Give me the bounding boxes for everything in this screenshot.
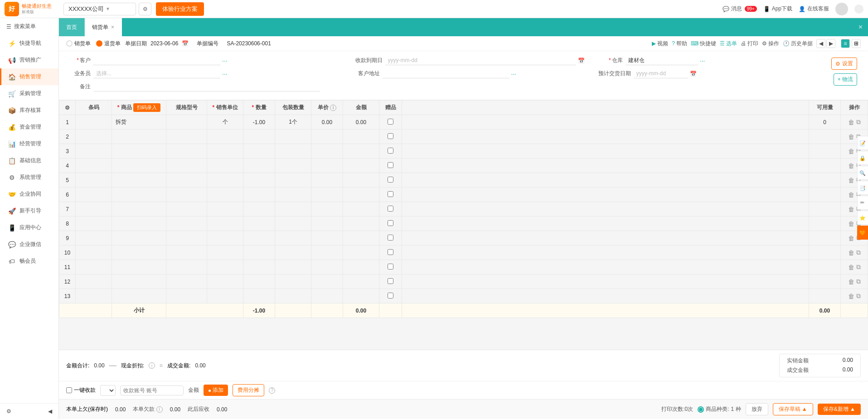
cell-gift[interactable] <box>379 275 402 289</box>
cell-product[interactable] <box>112 144 166 159</box>
tab-home[interactable]: 首页 <box>59 18 85 36</box>
cell-gift[interactable] <box>379 231 402 246</box>
delete-row-icon[interactable]: 🗑 <box>848 235 854 242</box>
cell-price[interactable] <box>311 217 343 231</box>
cell-price[interactable] <box>311 159 343 173</box>
delete-row-icon[interactable]: 🗑 <box>848 162 854 169</box>
cell-gift[interactable] <box>379 115 402 130</box>
cell-gift[interactable] <box>379 130 402 144</box>
select-link[interactable]: ☰ 选单 <box>720 40 737 48</box>
customer-addr-input[interactable] <box>383 69 509 78</box>
cell-product[interactable] <box>112 202 166 217</box>
one-click-checkbox-input[interactable] <box>66 387 72 393</box>
expected-date-input[interactable] <box>634 69 688 78</box>
cell-product[interactable] <box>112 188 166 202</box>
cell-price[interactable]: 0.00 <box>311 115 343 130</box>
cell-price[interactable] <box>311 231 343 246</box>
delete-row-icon[interactable]: 🗑 <box>848 177 854 184</box>
salesperson-dots-btn[interactable]: ··· <box>222 70 228 77</box>
float-btn-3[interactable]: 🔍 <box>857 166 868 180</box>
cell-barcode[interactable] <box>76 202 112 217</box>
sidebar-item-system[interactable]: ⚙ 系统管理 <box>0 169 58 186</box>
sidebar-item-finance[interactable]: 💰 资金管理 <box>0 119 58 135</box>
cell-barcode[interactable] <box>76 289 112 303</box>
copy-row-icon[interactable]: ⧉ <box>856 292 861 300</box>
customer-input[interactable] <box>93 56 220 65</box>
date-calendar-icon[interactable]: 📅 <box>182 40 189 47</box>
cell-gift[interactable] <box>379 188 402 202</box>
payment-account-input[interactable] <box>120 385 184 395</box>
sidebar-collapse-btn[interactable]: ◀ <box>48 408 52 414</box>
cell-price[interactable] <box>311 289 343 303</box>
cell-gift[interactable] <box>379 173 402 188</box>
cell-qty[interactable] <box>243 173 275 188</box>
float-btn-4[interactable]: 📑 <box>857 181 868 195</box>
cell-qty[interactable] <box>243 159 275 173</box>
float-btn-7[interactable]: 🧡 <box>857 226 868 240</box>
cell-barcode[interactable] <box>76 246 112 260</box>
cell-qty[interactable] <box>243 246 275 260</box>
cell-qty[interactable] <box>243 144 275 159</box>
float-btn-6[interactable]: ⭐ <box>857 211 868 225</box>
logistics-button[interactable]: + 物流 <box>834 73 857 86</box>
cell-qty[interactable] <box>243 202 275 217</box>
cell-spec[interactable] <box>166 115 207 130</box>
online-service-btn[interactable]: 👤 在线客服 <box>799 5 829 13</box>
sidebar-item-basic[interactable]: 📋 基础信息 <box>0 152 58 169</box>
cell-barcode[interactable] <box>76 217 112 231</box>
delete-row-icon[interactable]: 🗑 <box>848 148 854 155</box>
copy-row-icon[interactable]: ⧉ <box>856 249 861 256</box>
help-link[interactable]: ? 帮助 <box>672 40 687 48</box>
copy-row-icon[interactable]: ⧉ <box>856 118 861 126</box>
cell-price[interactable] <box>311 130 343 144</box>
warehouse-input[interactable] <box>626 56 698 65</box>
float-btn-2[interactable]: 🔒 <box>857 151 868 165</box>
cell-spec[interactable] <box>166 275 207 289</box>
cell-spec[interactable] <box>166 188 207 202</box>
sidebar-item-sales[interactable]: 🏠 销售管理 <box>0 68 58 85</box>
cell-product[interactable] <box>112 260 166 275</box>
cell-gift[interactable] <box>379 202 402 217</box>
cell-qty[interactable] <box>243 188 275 202</box>
app-download-btn[interactable]: 📱 App下载 <box>763 5 792 13</box>
expense-split-btn[interactable]: 费用分摊 <box>233 384 264 396</box>
warehouse-dots-btn[interactable]: ··· <box>700 57 705 64</box>
cell-gift[interactable] <box>379 144 402 159</box>
cell-spec[interactable] <box>166 260 207 275</box>
cell-product[interactable] <box>112 231 166 246</box>
nav-prev-btn[interactable]: ◀ <box>816 39 825 48</box>
copy-row-icon[interactable]: ⧉ <box>856 278 861 285</box>
cell-qty[interactable] <box>243 260 275 275</box>
one-click-payment-checkbox[interactable]: 一键收款 <box>66 386 96 394</box>
search-menu-btn[interactable]: ☰ 搜索菜单 <box>0 18 58 35</box>
company-selector[interactable]: XXXXXX公司 ▼ <box>63 3 136 15</box>
customer-dots-btn[interactable]: ··· <box>222 57 228 64</box>
cell-price[interactable] <box>311 173 343 188</box>
cell-qty[interactable] <box>243 275 275 289</box>
cell-product[interactable] <box>112 173 166 188</box>
discard-button[interactable]: 放弃 <box>746 403 768 415</box>
add-payment-btn[interactable]: ● 添加 <box>204 385 228 396</box>
cell-price[interactable] <box>311 246 343 260</box>
nav-next-btn[interactable]: ▶ <box>826 39 835 48</box>
cell-price[interactable] <box>311 144 343 159</box>
due-date-input[interactable] <box>385 56 576 65</box>
copy-row-icon[interactable]: ⧉ <box>856 263 861 271</box>
view-grid-btn[interactable]: ⊞ <box>852 39 861 48</box>
sidebar-settings-icon[interactable]: ⚙ <box>6 408 11 414</box>
cell-product[interactable]: 拆货 <box>112 115 166 130</box>
trial-button[interactable]: 体验行业方案 <box>156 2 204 16</box>
delete-row-icon[interactable]: 🗑 <box>848 264 854 271</box>
radio-return[interactable]: 退货单 <box>96 40 121 48</box>
float-btn-5[interactable]: ✏ <box>857 196 868 210</box>
salesperson-input[interactable] <box>93 69 220 78</box>
cell-barcode[interactable] <box>76 275 112 289</box>
cell-barcode[interactable] <box>76 115 112 130</box>
close-all-tabs-btn[interactable]: × <box>853 23 868 31</box>
sidebar-item-enterprise[interactable]: 🤝 企业协同 <box>0 186 58 202</box>
cell-product[interactable] <box>112 217 166 231</box>
cell-barcode[interactable] <box>76 188 112 202</box>
cell-qty[interactable] <box>243 130 275 144</box>
delete-row-icon[interactable]: 🗑 <box>848 293 854 300</box>
delete-row-icon[interactable]: 🗑 <box>848 278 854 285</box>
